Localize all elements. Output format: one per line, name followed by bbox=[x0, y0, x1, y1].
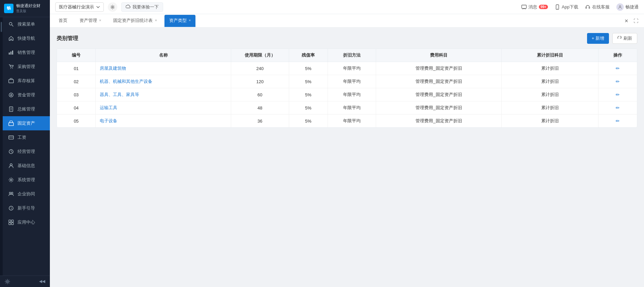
sidebar-item-label: 搜索菜单 bbox=[18, 21, 35, 27]
svg-rect-2 bbox=[9, 53, 10, 55]
cell-action: ✏ bbox=[598, 75, 637, 88]
cell-period: 48 bbox=[231, 101, 289, 115]
svg-point-34 bbox=[619, 5, 621, 7]
experience-button[interactable]: 我要体验一下 bbox=[121, 2, 163, 12]
svg-rect-30 bbox=[556, 5, 559, 9]
edit-button[interactable]: ✏ bbox=[616, 79, 620, 84]
messages-button[interactable]: 消息 99+ bbox=[521, 4, 548, 10]
sidebar-item-sales[interactable]: 销售管理 bbox=[3, 45, 50, 60]
sidebar-item-search[interactable]: 搜索菜单 bbox=[3, 17, 50, 31]
sidebar-item-label: 经营管理 bbox=[18, 149, 35, 155]
sidebar-item-fixed-assets[interactable]: 固定资产 bbox=[3, 116, 50, 130]
inventory-icon bbox=[8, 78, 14, 84]
settings-button[interactable] bbox=[5, 279, 10, 284]
tab-home[interactable]: 首页 bbox=[54, 15, 72, 27]
online-service-button[interactable]: 在线客服 bbox=[585, 4, 610, 10]
cell-code: 02 bbox=[57, 75, 96, 88]
svg-rect-29 bbox=[522, 5, 526, 8]
col-method: 折旧方法 bbox=[328, 49, 376, 62]
edit-button[interactable]: ✏ bbox=[616, 92, 620, 97]
sidebar-item-label: 应用中心 bbox=[18, 219, 35, 225]
cell-name[interactable]: 机器、机械和其他生产设备 bbox=[96, 75, 231, 88]
sidebar-item-inventory[interactable]: 库存核算 bbox=[3, 74, 50, 88]
sidebar-item-capital[interactable]: 资金管理 bbox=[3, 88, 50, 102]
tab-asset-mgmt[interactable]: 资产管理 × bbox=[75, 15, 106, 27]
messages-icon bbox=[521, 4, 527, 10]
user-button[interactable]: 畅捷通 bbox=[616, 3, 639, 11]
sidebar-nav: 搜索菜单 快捷导航 销售管理 采购管理 bbox=[3, 17, 50, 276]
page-content: 类别管理 + 新增 刷新 编号 名称 使用期限（月） 残值率 bbox=[50, 28, 644, 287]
chevron-down-icon bbox=[96, 5, 100, 9]
sidebar-item-payroll[interactable]: 工资 bbox=[3, 130, 50, 145]
edit-button[interactable]: ✏ bbox=[616, 118, 620, 124]
collapse-button[interactable]: ◀◀ bbox=[39, 279, 45, 284]
cell-accumulated: 累计折旧 bbox=[501, 75, 598, 88]
tab-close-asset-type[interactable]: × bbox=[189, 19, 191, 22]
cell-name[interactable]: 房屋及建筑物 bbox=[96, 62, 231, 75]
sidebar-header: 畅 畅捷通好业财 普及版 bbox=[0, 0, 50, 17]
company-selector[interactable]: 医疗器械行业演示 bbox=[55, 2, 104, 12]
content-wrapper: 医疗器械行业演示 我要体验一下 消息 99+ App下载 在线客服 bbox=[50, 0, 644, 287]
edit-button[interactable]: ✏ bbox=[616, 105, 620, 110]
tab-label: 资产管理 bbox=[80, 18, 97, 24]
cell-code: 01 bbox=[57, 62, 96, 75]
svg-point-17 bbox=[10, 164, 12, 166]
maximize-panel-button[interactable]: ⛶ bbox=[632, 17, 640, 25]
sidebar-footer: ◀◀ bbox=[0, 276, 50, 287]
sidebar-item-label: 快捷导航 bbox=[18, 35, 35, 41]
cell-name[interactable]: 运输工具 bbox=[96, 101, 231, 115]
tab-close-asset-mgmt[interactable]: × bbox=[99, 19, 101, 22]
sidebar-item-ledger[interactable]: 总账管理 bbox=[3, 102, 50, 116]
svg-point-31 bbox=[557, 8, 558, 9]
cell-period: 120 bbox=[231, 75, 289, 88]
sidebar-item-app-center[interactable]: 应用中心 bbox=[3, 215, 50, 229]
page-header: 类别管理 + 新增 刷新 bbox=[57, 33, 637, 44]
new-button[interactable]: + 新增 bbox=[587, 33, 609, 44]
edit-button[interactable]: ✏ bbox=[616, 66, 620, 71]
messages-badge: 99+ bbox=[539, 5, 548, 9]
headset-icon bbox=[585, 4, 590, 10]
collab-icon bbox=[8, 191, 14, 197]
sidebar-item-label: 库存核算 bbox=[18, 78, 35, 84]
svg-point-27 bbox=[7, 281, 8, 283]
cell-name[interactable]: 器具、工具、家具等 bbox=[96, 88, 231, 101]
sidebar-item-quick-nav[interactable]: 快捷导航 bbox=[3, 31, 50, 45]
svg-rect-33 bbox=[589, 7, 590, 8]
svg-point-5 bbox=[10, 68, 11, 69]
app-download-button[interactable]: App下载 bbox=[555, 4, 578, 10]
sidebar-item-basic-info[interactable]: 基础信息 bbox=[3, 159, 50, 173]
tab-fixed-asset-table[interactable]: 固定资产折旧统计表 × bbox=[109, 15, 161, 27]
refresh-button[interactable]: 刷新 bbox=[612, 33, 637, 44]
svg-point-18 bbox=[10, 179, 12, 181]
company-name: 医疗器械行业演示 bbox=[59, 4, 94, 10]
sidebar-item-operations[interactable]: 经营管理 bbox=[3, 145, 50, 159]
cell-action: ✏ bbox=[598, 101, 637, 115]
settings-button[interactable] bbox=[108, 2, 117, 12]
col-residual: 残值率 bbox=[289, 49, 328, 62]
cell-name[interactable]: 电子设备 bbox=[96, 115, 231, 128]
col-period: 使用期限（月） bbox=[231, 49, 289, 62]
tab-asset-type[interactable]: 资产类型 × bbox=[164, 15, 195, 27]
sidebar-item-purchase[interactable]: 采购管理 bbox=[3, 60, 50, 74]
tab-label: 资产类型 bbox=[169, 18, 187, 24]
refresh-icon bbox=[617, 36, 622, 41]
sidebar-item-system[interactable]: 系统管理 bbox=[3, 173, 50, 187]
sidebar-item-collab[interactable]: 企业协同 bbox=[3, 187, 50, 201]
close-panel-button[interactable]: ✕ bbox=[622, 17, 631, 25]
svg-line-1 bbox=[12, 25, 13, 26]
capital-icon bbox=[8, 92, 14, 98]
cell-period: 60 bbox=[231, 88, 289, 101]
svg-rect-26 bbox=[11, 223, 13, 225]
svg-point-6 bbox=[12, 68, 13, 69]
page-title: 类别管理 bbox=[57, 35, 78, 42]
svg-rect-23 bbox=[9, 220, 11, 222]
svg-point-0 bbox=[9, 22, 12, 25]
cell-residual: 5% bbox=[289, 101, 328, 115]
cell-method: 年限平均 bbox=[328, 75, 376, 88]
sidebar-item-guide[interactable]: 新手引导 bbox=[3, 201, 50, 215]
tab-close-fixed-asset-table[interactable]: × bbox=[155, 19, 157, 22]
svg-rect-32 bbox=[586, 7, 587, 8]
svg-rect-4 bbox=[12, 51, 13, 55]
cell-expense: 管理费用_固定资产折旧 bbox=[376, 62, 502, 75]
cloud-icon bbox=[126, 5, 130, 9]
